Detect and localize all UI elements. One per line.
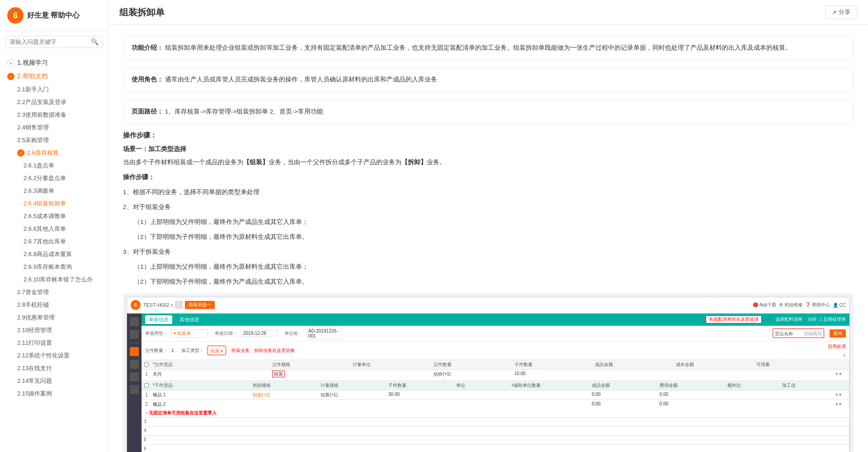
mock-sub-row-1: 1 概品 1 组装(+1) 估算(+1) 30.00 0.00 0.00 (142, 390, 849, 400)
mock-unit-val: AD-20191226-001 (306, 328, 342, 339)
intro-box: 功能介绍： 组装拆卸单用来处理企业组装或拆卸等加工业务，支持有固定装配清单的产品… (123, 36, 854, 60)
mock-ui: 6 TEST-H002 ▾ 新建单据一 🔴 App下载 ⚙ 初始维修 ❓ 帮助中… (127, 297, 850, 452)
sidebar-item-cost-adjust[interactable]: 2.6.5成本调整单 (24, 210, 108, 223)
step-1: 1、根据不同的业务，选择不同单据的类型来处理 (123, 186, 854, 198)
mock-th-proc-info: 加工信 (780, 381, 835, 390)
sidebar-item-cost-recalc[interactable]: 2.6.8商品成本重算 (24, 248, 108, 261)
mock-sub-td-2-1: 概品 2 (151, 400, 251, 409)
sidebar: 6 好生意 帮助中心 🔍 + 1.视频学习 − 2.帮助文档 2.1新手入门 2… (0, 0, 108, 452)
step-3: 3、对于拆装业务 (123, 246, 854, 258)
search-area: 🔍 (0, 31, 108, 52)
collapse-icon: − (7, 73, 14, 80)
annotation-enable-label: 启用处理 (828, 343, 846, 350)
mock-new-btn: 新建单据一 (185, 301, 215, 309)
mock-th-extra-ratio: 额外比 (726, 381, 781, 390)
sidebar-item-operations[interactable]: 2.10经营管理 (0, 324, 108, 337)
sidebar-item-cases[interactable]: 2.15操作案例 (0, 387, 108, 400)
sidebar-item-customize[interactable]: 2.12系统个性化设置 (0, 349, 108, 362)
collapse-icon-inventory: − (17, 149, 24, 157)
mock-sub-td-1-1: 概品 1 (151, 390, 251, 400)
mock-main-content: 单据信息 其他信息 有装配清单的在这里处理 → 选择配料清单 估价 ∷ 启用处理… (142, 314, 849, 452)
search-icon[interactable]: 🔍 (91, 38, 99, 45)
mock-sub-select-all[interactable] (144, 383, 149, 388)
sidebar-item-transfer[interactable]: 2.6.3调拨单 (24, 185, 108, 197)
annotation-assembly-list: 有装配清单的在这里处理 (706, 315, 762, 324)
sidebar-item-faq[interactable]: 2.14常见问题 (0, 375, 108, 387)
sidebar-item-label: 2.帮助文档 (17, 72, 48, 81)
search-input[interactable] (9, 38, 91, 45)
mock-supplier-input: 货品名称 供销商用 (773, 328, 824, 338)
mock-sub-table-header: *子件货品 拆卸规格 计量规格 子件数量 单位 +辅助单位数量 成品金额 费用金… (142, 381, 849, 390)
sidebar-item-ledger-query[interactable]: 2.6.9库存账本查询 (24, 261, 108, 273)
sidebar-item-coupon[interactable]: 2.9优惠券管理 (0, 311, 108, 324)
mock-content: 单据信息 其他信息 有装配清单的在这里处理 → 选择配料清单 估价 ∷ 启用处理… (127, 314, 849, 452)
sidebar-item-install[interactable]: 2.2产品安装及登录 (0, 96, 108, 109)
role-text: 通常由生产人员或库管人员完成拆装业务的操作，库管人员确认原材料的出库和产成品的入… (165, 76, 437, 83)
sidebar-item-video-learning[interactable]: + 1.视频学习 (0, 56, 108, 70)
mock-search-btn[interactable]: 查询 (830, 329, 846, 338)
sidebar-item-sales[interactable]: 2.4销售管理 (0, 121, 108, 134)
steps-title: 操作步骤： (123, 131, 854, 140)
mock-type-select: ▾ 组装单 (171, 329, 208, 338)
nav-tree: + 1.视频学习 − 2.帮助文档 2.1新手入门 2.2产品安装及登录 2.3… (0, 52, 108, 452)
step-2-2: （2）下部明细为子件明细，最终作为原材料生成其它出库单。 (134, 231, 854, 243)
mock-th-parent-item: *父件货品 (151, 360, 270, 369)
mock-logo: 6 (131, 300, 141, 310)
mock-th-unit: 计量单位 (351, 360, 432, 369)
sidebar-item-other-out[interactable]: 2.6.7其他出库单 (24, 235, 108, 248)
step-3-2: （2）下部明细为子件明细，最终作为产成品生成其它入库单。 (134, 276, 854, 288)
mock-th-child-qty: 子件数量 (513, 360, 594, 369)
sidebar-item-help-docs[interactable]: − 2.帮助文档 (0, 70, 108, 83)
topbar: 组装拆卸单 ↗ 分享 (108, 0, 868, 25)
steps-label: 操作步骤： (123, 171, 854, 183)
sidebar-item-purchase[interactable]: 2.5采购管理 (0, 134, 108, 147)
sidebar-item-print[interactable]: 2.11打印设置 (0, 337, 108, 349)
search-box[interactable]: 🔍 (5, 36, 103, 48)
mock-th-disasm-spec: 拆卸规格 (251, 381, 319, 390)
mock-select-all[interactable] (144, 362, 149, 367)
share-icon: ↗ (832, 9, 837, 16)
mock-tab-info: 单据信息 (145, 315, 172, 324)
expand-icon: + (7, 59, 14, 67)
mock-select-btn: 选择配料清单 (772, 315, 806, 324)
sidebar-item-beginner[interactable]: 2.1新手入门 (0, 83, 108, 96)
app-logo-icon: 6 (7, 7, 24, 24)
mock-company: TEST-H002 (143, 302, 169, 308)
mock-th-measure-spec: 计量规格 (319, 381, 387, 390)
path-label: 页面路径： (132, 108, 163, 115)
mock-th-child-qty2: 子件数量 (387, 381, 454, 390)
sidebar-item-mobile[interactable]: 2.8手机旺铺 (0, 299, 108, 311)
mock-th-available: 可用量 (755, 360, 835, 369)
mock-unit-label: 单位组： (284, 330, 302, 337)
sidebar-item-assembly[interactable]: 2.6.4组装拆卸单 (24, 197, 108, 210)
mock-header-bar: 单据信息 其他信息 有装配清单的在这里处理 → 选择配料清单 估价 ∷ 启用处理… (142, 314, 849, 326)
mock-th-unit2: 单位 (454, 381, 509, 390)
mock-tab-other: 其他信息 (176, 315, 203, 324)
sidebar-item-inventory[interactable]: − 2.6库存核算 (0, 147, 108, 159)
mock-sidebar (127, 314, 142, 452)
role-box: 使用角色： 通常由生产人员或库管人员完成拆装业务的操作，库管人员确认原材料的出库… (123, 67, 854, 92)
sidebar-item-partial-stocktake[interactable]: 2.6.2分量盘点单 (24, 172, 108, 185)
mock-assembly-type: 组装 ▾ (208, 346, 226, 355)
share-button[interactable]: ↗ 分享 (825, 5, 857, 19)
sidebar-item-ledger-fix[interactable]: 2.6.10库存账本错了怎么办 (24, 273, 108, 286)
arrow-down-icon: ↓ (843, 351, 846, 358)
mock-th-parent-spec: 父件规格 (270, 360, 351, 369)
mock-row-del-icon: × (839, 371, 842, 376)
mock-td-spec: 组装 (270, 370, 351, 379)
mock-th-fee-amt: 费用金额 (658, 381, 726, 390)
sidebar-item-finance[interactable]: 2.7资金管理 (0, 286, 108, 299)
scene1-title: 场景一：加工类型选择 (123, 145, 854, 153)
mock-field-row-1: 单据类型： ▾ 组装单 单据日期： 2019-12-26 单位组： AD-201… (142, 326, 849, 342)
mock-sub-del-2: × (839, 402, 842, 407)
mock-sub-td-1-2: 组装(+1) (251, 390, 319, 400)
sidebar-item-data-prep[interactable]: 2.3使用前数据准备 (0, 109, 108, 121)
sidebar-item-other-in[interactable]: 2.6.6其他入库单 (24, 223, 108, 235)
app-logo-text: 好生意 帮助中心 (27, 11, 80, 20)
screenshot-container: 6 TEST-H002 ▾ 新建单据一 🔴 App下载 ⚙ 初始维修 ❓ 帮助中… (123, 293, 854, 452)
sidebar-item-stocktake[interactable]: 2.6.1盘点单 (24, 159, 108, 172)
mock-date-val: 2019-12-26 (241, 330, 277, 337)
mock-sub-row-2: 2 概品 2 0.00 0.00 (142, 400, 849, 409)
sidebar-item-online-pay[interactable]: 2.13在线支付 (0, 362, 108, 375)
page-title: 组装拆卸单 (119, 6, 165, 19)
